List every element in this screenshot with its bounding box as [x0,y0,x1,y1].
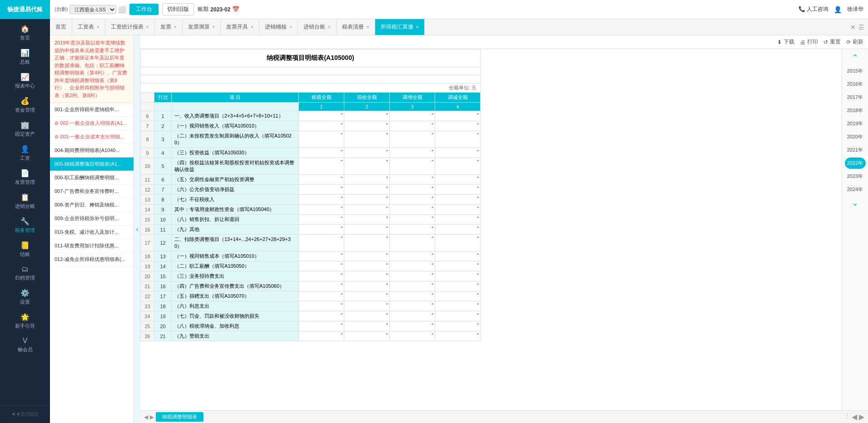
user-name[interactable]: 徐泽华 [847,5,863,13]
data-cell-c1[interactable]: * [299,251,344,261]
data-cell-c2[interactable]: * [344,281,390,291]
data-cell-c3[interactable]: * [390,225,435,235]
tab-purchase-ledger[interactable]: 进销台账 × [298,19,337,35]
sidebar-item-ledger[interactable]: 📊 总账 [0,45,50,69]
data-cell-c1[interactable]: * [299,158,344,175]
data-cell-c2[interactable]: * [344,175,390,185]
data-cell-c2[interactable]: * [344,111,390,121]
data-cell-c2[interactable]: * [344,261,390,271]
data-cell-c4[interactable]: * [435,311,481,321]
data-cell-c4[interactable]: * [435,291,481,301]
data-cell-c4[interactable]: * [435,175,481,185]
year-2024[interactable]: 2024年 [845,184,866,195]
data-cell-c1[interactable]: * [299,121,344,131]
sidebar-item-payroll[interactable]: 👤 工资 [0,141,50,165]
data-cell-c3[interactable]: * [390,271,435,281]
tab-close-payroll-report[interactable]: × [146,25,149,30]
data-cell-c3[interactable]: * [390,321,435,331]
list-item-008[interactable]: 008-资产折旧、摊销及纳税... [50,198,134,212]
data-cell-c4[interactable]: * [435,271,481,281]
list-item-004[interactable]: 004-期间费用明细表(A1040... [50,144,134,157]
tab-close-invoice[interactable]: × [174,25,177,30]
sidebar-item-close[interactable]: 📒 结账 [0,237,50,261]
data-cell-c2[interactable]: * [344,225,390,235]
list-item-003[interactable]: ⊘ 003-一般企业成本支出明细... [50,130,134,144]
close-all-icon[interactable]: ✕ [850,24,856,31]
tab-close-tax-list[interactable]: × [367,25,369,30]
data-cell-c4[interactable]: * [435,235,481,251]
data-cell-c1[interactable]: * [299,225,344,235]
tab-tax-list[interactable]: 税表清册 × [337,19,375,35]
data-cell-c3[interactable]: * [390,261,435,271]
data-cell-c3[interactable]: * [390,195,435,205]
tab-close-income-tax[interactable]: × [416,25,419,30]
data-cell-c3[interactable]: * [390,291,435,301]
year-2023[interactable]: 2023年 [845,171,866,182]
data-cell-c3[interactable]: * [390,251,435,261]
data-cell-c2[interactable]: * [344,195,390,205]
data-cell-c4[interactable]: * [435,281,481,291]
data-cell-c1[interactable]: * [299,175,344,185]
tab-invoice-issue[interactable]: 发票开具 × [221,19,259,35]
year-2022[interactable]: 2022年 [845,157,866,169]
tab-check[interactable]: 进销稽核 × [259,19,298,35]
data-cell-c3[interactable]: * [390,301,435,311]
data-cell-c4[interactable]: * [435,205,481,215]
company-select[interactable]: 江西股金-LSS [69,5,116,14]
prev-sheet-btn[interactable]: ◀ [144,414,148,420]
tab-close-purchase-ledger[interactable]: × [328,25,331,30]
list-item-002[interactable]: ⊘ 002-一般企业收入明细表(A1... [50,117,134,130]
data-cell-c3[interactable]: * [390,185,435,195]
year-2019[interactable]: 2019年 [845,118,866,129]
data-cell-c2[interactable]: * [344,148,390,158]
data-cell-c2[interactable]: * [344,185,390,195]
data-cell-c2[interactable]: * [344,291,390,301]
data-cell-c3[interactable]: * [390,311,435,321]
data-cell-c3[interactable]: * [390,111,435,121]
list-item-009[interactable]: 009-企业所得税弥补亏损明... [50,212,134,226]
tab-home[interactable]: 首页 [50,19,72,35]
reset-button[interactable]: ↺ 重置 [823,38,841,46]
data-cell-c3[interactable]: * [390,175,435,185]
list-item-007[interactable]: 007-广告费和业务宣传费时... [50,185,134,198]
data-cell-c1[interactable]: * [299,131,344,148]
sidebar-item-purchasesales[interactable]: 📋 进销台账 [0,189,50,213]
list-item-001[interactable]: 001-企业所得税年度纳税申... [50,103,134,117]
data-cell-c4[interactable]: * [435,321,481,331]
data-cell-c4[interactable]: * [435,131,481,148]
data-cell-c4[interactable]: * [435,301,481,311]
sidebar-item-archive[interactable]: 🗂 归档管理 [0,261,50,285]
data-cell-c2[interactable]: * [344,235,390,251]
hamburger-icon[interactable]: ☰ [858,24,864,31]
list-item-010[interactable]: 010-免税、减计收入及加计... [50,226,134,239]
data-cell-c1[interactable]: * [299,331,344,341]
data-cell-c4[interactable]: * [435,148,481,158]
data-cell-c1[interactable]: * [299,111,344,121]
tab-payroll-report[interactable]: 工资统计报表 × [105,19,155,35]
copy-icon[interactable]: ⬜ [118,6,126,13]
data-cell-c4[interactable]: * [435,225,481,235]
data-cell-c3[interactable]: * [390,331,435,341]
data-cell-c1[interactable]: * [299,271,344,281]
data-cell-c2[interactable]: * [344,271,390,281]
year-2016[interactable]: 2016年 [845,79,866,90]
data-cell-c2[interactable]: * [344,251,390,261]
sheet-tab-main[interactable]: 纳税调整明细表 [156,412,203,422]
data-cell-c1[interactable]: * [299,185,344,195]
tab-invoice[interactable]: 发票 × [155,19,183,35]
sidebar-item-tax[interactable]: 🔧 税务管理 [0,213,50,237]
service-button[interactable]: 📞 人工咨询 [799,5,828,13]
year-nav-down[interactable]: ⌄ [852,196,858,210]
worktable-button[interactable]: 工作台 [129,4,159,15]
calendar-icon[interactable]: 📅 [232,6,239,13]
data-cell-c2[interactable]: * [344,205,390,215]
data-cell-c4[interactable]: * [435,331,481,341]
data-cell-c1[interactable]: * [299,205,344,215]
data-cell-c2[interactable]: * [344,158,390,175]
panel-collapse-button[interactable]: ‹ [134,35,140,423]
tab-close-invoice-issue[interactable]: × [251,25,253,30]
sidebar-item-vip[interactable]: V 畅会员 [0,333,50,357]
tab-invoice-calc[interactable]: 发票测算 × [183,19,221,35]
scroll-right-btn[interactable]: ▶ [859,413,864,421]
data-cell-c4[interactable]: * [435,185,481,195]
